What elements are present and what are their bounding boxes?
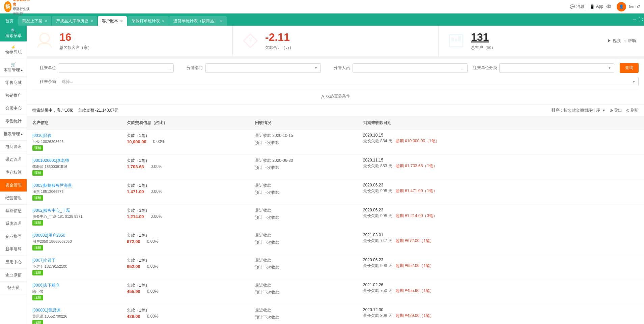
customer-name-link[interactable]: [000002]用户2050 [32, 233, 127, 238]
overdue-days: 最长欠款 998 天 超期 ¥652.00（1笔） [363, 263, 639, 269]
maximize-icon[interactable]: ⛶ [639, 17, 643, 22]
sidebar-item-purchase-mgmt[interactable]: 采购管理 [0, 153, 27, 166]
sidebar-item-batch-mgmt[interactable]: 批发管理 ▲ [0, 128, 27, 141]
customer-info: [0016]吕俊 吕俊 13026203696 现销 [32, 133, 127, 151]
refresh-btn[interactable]: ⊙ 刷新 [626, 108, 639, 113]
overdue-detail-link[interactable]: 超期 ¥652.00（1笔） [396, 263, 434, 268]
customer-name-link[interactable]: [0001020001]李老师 [32, 158, 127, 164]
customer-name-link[interactable]: [0007]小进干 [32, 258, 127, 263]
sidebar-item-system-mgmt[interactable]: 系统管理 [0, 217, 27, 230]
filter-from-unit: 往来单位 ... [32, 63, 174, 73]
from-unit-input[interactable]: ... [59, 63, 174, 73]
sidebar-item-inventory[interactable]: 库存核算 [0, 166, 27, 179]
unit-category-select[interactable]: ▼ [499, 63, 614, 73]
debt-trade-info: 欠款（1笔） 652.00 0.00% [127, 258, 255, 269]
view-btn[interactable]: ▶ 视频 [607, 38, 620, 44]
table-row: [0016]吕俊 吕俊 13026203696 现销 欠款（1笔） 10,000… [27, 129, 644, 154]
results-actions: 排序：按欠款金额倒序排序 ▼ ⊕ 导出 ⊙ 刷新 [552, 108, 639, 113]
sidebar-item-enterprise[interactable]: 企业协同 [0, 230, 27, 243]
next-collection: 预计下次收款 [255, 265, 363, 270]
main-content: 16 总欠款客户（家） ¥ -2.11 欠款合计（万） [27, 26, 644, 324]
debt-percent: 0.00% [147, 239, 159, 244]
sidebar-item-enterprise-wechat[interactable]: 企业微信 [0, 269, 27, 282]
dept-select[interactable]: ▼ [205, 63, 320, 73]
overdue-detail-link[interactable]: 超期 ¥1,214.00（3笔） [396, 213, 437, 218]
sidebar-item-marketing[interactable]: 营销推广 [0, 89, 27, 102]
nav-icon: 🛒 [1, 62, 25, 67]
debt-count: 欠款（1笔） [127, 133, 255, 139]
sidebar-item-search-menu[interactable]: 🔍 搜索菜单 [0, 26, 27, 41]
next-collection: 预计下次收款 [255, 165, 363, 171]
next-collection: 预计下次收款 [255, 215, 363, 220]
chevron-up-icon: ⋀ [321, 94, 325, 99]
balance-select[interactable]: 选择... ▼ [59, 77, 639, 86]
sidebar-item-app-center[interactable]: 应用中心 [0, 256, 27, 269]
sidebar-item-member-center[interactable]: 会员中心 [0, 102, 27, 115]
sort-select[interactable]: 排序：按欠款金额倒序排序 ▼ [552, 108, 606, 113]
customer-tag: 现销 [32, 170, 43, 176]
overdue-detail-link[interactable]: 超期 ¥1,703.68（1笔） [396, 164, 437, 168]
sidebar-item-quick-nav[interactable]: ⚡ 快捷导航 [0, 41, 27, 59]
customer-tag: 现销 [32, 220, 43, 226]
customer-tag: 现销 [32, 295, 43, 300]
overdue-date: 2020.06.23 [363, 183, 639, 187]
customer-name-link[interactable]: [0002]服务中心_丁磊 [32, 208, 127, 213]
overdue-detail-link[interactable]: 超期 ¥672.00（1笔） [396, 238, 434, 243]
sidebar-item-ecommerce[interactable]: 电商管理 [0, 141, 27, 153]
close-tab-customer-account[interactable]: ✕ [120, 19, 123, 23]
tab-purchase-summary[interactable]: 采购订单统计表 ✕ [128, 16, 169, 26]
debt-amount-icon: ¥ [241, 31, 260, 50]
top-right: 💬 消息 📱 App下载 👤 demo2 [570, 2, 640, 11]
recovery-info: 最近收款 预计下次收款 [255, 283, 363, 295]
tab-home[interactable]: 首页 [1, 16, 18, 26]
customer-info: [0007]小进干 小进干 18279152100 现销 [32, 258, 127, 275]
customer-name-link[interactable]: [0003]畅捷服务尹海燕 [32, 183, 127, 188]
tab-incoming-summary[interactable]: 进货单统计表（按商品） ✕ [169, 16, 227, 26]
table-row: [000002]用户2050 用户2050 18665062050 现销 欠款（… [27, 229, 644, 254]
user-profile-btn[interactable]: 👤 demo2 [617, 2, 640, 11]
overdue-detail-link[interactable]: 超期 ¥1,471.00（1笔） [396, 188, 437, 193]
sidebar-item-new-guide[interactable]: 新手引导 [0, 243, 27, 256]
help-btn[interactable]: ⊙ 帮助 [623, 38, 636, 44]
tab-production-history[interactable]: 产成品入库单历史 ✕ [52, 16, 97, 26]
customer-contact: 海燕 18513066976 [32, 189, 127, 194]
export-btn[interactable]: ⊕ 导出 [610, 108, 622, 113]
sidebar-item-retail-mgmt[interactable]: 🛒 零售管理 ▲ [0, 59, 27, 77]
chevron-down-icon-3: ▼ [632, 80, 636, 84]
sidebar-item-operations[interactable]: 经营管理 [0, 192, 27, 205]
play-icon: ▶ [607, 38, 611, 43]
overdue-days: 最长欠款 750 天 超期 ¥455.90（1笔） [363, 288, 639, 294]
search-button[interactable]: 查询 [620, 63, 639, 73]
customer-contact: 李老师 18600391516 [32, 164, 127, 169]
sidebar-item-retail-mall[interactable]: 零售商城 [0, 77, 27, 89]
sidebar-item-basic-info[interactable]: 基础信息 [0, 205, 27, 217]
tab-bar: 首页 商品上下架 ✕ 产成品入库单历史 ✕ 客户账本 ✕ 采购订单统计表 ✕ 进… [0, 13, 644, 26]
sidebar-item-vip-member[interactable]: 畅会员 [0, 282, 27, 294]
filter-area: 往来单位 ... 分管部门 ▼ 分管人员 ... [27, 59, 644, 105]
svg-rect-5 [458, 36, 461, 41]
svg-rect-3 [451, 37, 454, 41]
close-tab-production-history[interactable]: ✕ [90, 19, 93, 23]
overdue-detail-link[interactable]: 超期 ¥429.00（1笔） [396, 313, 434, 318]
tab-product-offshelf[interactable]: 商品上下架 ✕ [18, 16, 51, 26]
close-tab-purchase-summary[interactable]: ✕ [162, 19, 165, 23]
app-download-btn[interactable]: 📱 App下载 [590, 4, 611, 9]
sidebar-item-retail-stat[interactable]: 零售统计 [0, 115, 27, 128]
overdue-detail-link[interactable]: 超期 ¥455.90（1笔） [396, 288, 434, 293]
customer-name-link[interactable]: [0016]吕俊 [32, 133, 127, 139]
overdue-detail-link[interactable]: 超期 ¥10,000.00（1笔） [396, 139, 440, 143]
debt-customers-label: 总欠款客户（家） [59, 45, 92, 51]
manager-input[interactable]: ... [353, 63, 468, 73]
customer-name-link[interactable]: [000001]黄思源 [32, 307, 127, 313]
collapse-btn[interactable]: ⋀ 收起更多条件 [320, 92, 352, 100]
message-btn[interactable]: 💬 消息 [570, 4, 584, 9]
col-header-customer: 客户信息 [32, 120, 127, 126]
minimize-icon[interactable]: ─ [633, 17, 636, 22]
sidebar-item-capital-mgmt[interactable]: 资金管理 [0, 179, 27, 192]
customer-name-link[interactable]: [0006]去下粮仓 [32, 283, 127, 288]
recovery-info: 最近收款 2020-06-30 预计下次收款 [255, 158, 363, 171]
tab-customer-account[interactable]: 客户账本 ✕ [98, 16, 127, 26]
close-tab-incoming-summary[interactable]: ✕ [220, 19, 223, 23]
close-tab-product-offshelf[interactable]: ✕ [45, 19, 47, 23]
debt-amount: 652.00 [127, 264, 140, 269]
